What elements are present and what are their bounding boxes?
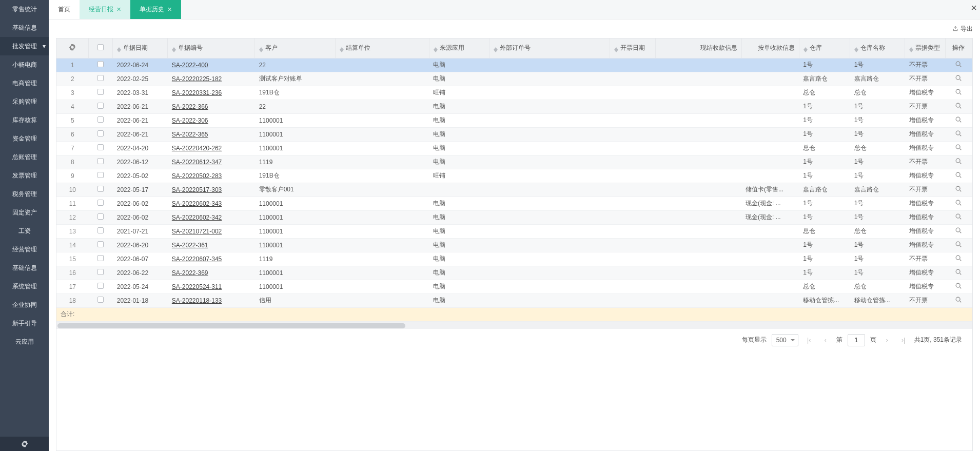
view-icon[interactable]	[955, 88, 962, 95]
sidebar-item[interactable]: 采购管理	[0, 92, 49, 111]
row-checkbox[interactable]	[97, 213, 104, 220]
close-all-icon[interactable]: ×	[971, 2, 977, 14]
doc-no-link[interactable]: SA-2022-400	[172, 62, 208, 69]
doc-no-link[interactable]: SA-20220502-283	[172, 172, 222, 180]
table-row[interactable]: 12022-06-24SA-2022-40022电脑1号1号不开票	[56, 58, 972, 72]
doc-no-link[interactable]: SA-20220225-182	[172, 75, 222, 83]
row-checkbox[interactable]	[97, 200, 104, 206]
first-page-button[interactable]: |‹	[803, 335, 815, 346]
tab-document-history[interactable]: 单据历史 ✕	[130, 0, 181, 19]
table-row[interactable]: 102022-05-17SA-20220517-303零散客户001储值卡(零售…	[56, 183, 972, 197]
row-checkbox[interactable]	[97, 186, 104, 192]
sidebar-item[interactable]: 经营管理	[0, 240, 49, 259]
sidebar-item[interactable]: 发票管理	[0, 166, 49, 185]
table-row[interactable]: 152022-06-07SA-20220607-3451119电脑1号1号不开票	[56, 252, 972, 266]
view-icon[interactable]	[955, 185, 962, 192]
doc-no-link[interactable]: SA-20220612-347	[172, 159, 222, 166]
table-row[interactable]: 72022-04-20SA-20220420-2621100001电脑总仓总仓增…	[56, 141, 972, 155]
view-icon[interactable]	[955, 227, 962, 234]
prev-page-button[interactable]: ‹	[820, 335, 831, 346]
doc-no-link[interactable]: SA-20210721-002	[172, 228, 222, 235]
row-checkbox[interactable]	[97, 283, 104, 289]
table-row[interactable]: 62022-06-21SA-2022-3651100001电脑1号1号增值税专	[56, 127, 972, 141]
table-row[interactable]: 82022-06-12SA-20220612-3471119电脑1号1号不开票	[56, 155, 972, 169]
col-settle[interactable]: 结算单位	[335, 38, 429, 58]
doc-no-link[interactable]: SA-20220420-262	[172, 145, 222, 152]
view-icon[interactable]	[955, 102, 962, 109]
table-row[interactable]: 122022-06-02SA-20220602-3421100001电脑现金(现…	[56, 210, 972, 224]
sidebar-item[interactable]: 基础信息	[0, 18, 49, 37]
page-size-select[interactable]: 500	[772, 334, 798, 346]
doc-no-link[interactable]: SA-20220118-133	[172, 297, 222, 304]
row-checkbox[interactable]	[97, 75, 104, 81]
col-tax[interactable]: 票据类型	[905, 38, 945, 58]
doc-no-link[interactable]: SA-2022-361	[172, 242, 208, 249]
view-icon[interactable]	[955, 199, 962, 206]
table-row[interactable]: 162022-06-22SA-2022-3691100001电脑1号1号增值税专	[56, 266, 972, 280]
page-input[interactable]	[848, 334, 865, 346]
sidebar-settings-button[interactable]	[0, 437, 49, 451]
sidebar-item[interactable]: 固定资产	[0, 203, 49, 222]
table-row[interactable]: 172022-05-24SA-20220524-3111100001电脑总仓总仓…	[56, 280, 972, 293]
col-date[interactable]: 单据日期	[113, 38, 168, 58]
col-customer[interactable]: 客户	[255, 38, 336, 58]
view-icon[interactable]	[955, 158, 962, 165]
view-icon[interactable]	[955, 241, 962, 248]
view-icon[interactable]	[955, 268, 962, 276]
view-icon[interactable]	[955, 144, 962, 151]
view-icon[interactable]	[955, 213, 962, 220]
tab-daily-report[interactable]: 经营日报 ✕	[80, 0, 130, 19]
table-row[interactable]: 22022-02-25SA-20220225-182测试客户对账单电脑嘉言路仓嘉…	[56, 72, 972, 86]
sidebar-item[interactable]: 零售统计	[0, 0, 49, 18]
row-checkbox[interactable]	[97, 158, 104, 164]
doc-no-link[interactable]: SA-2022-369	[172, 269, 208, 277]
sidebar-item[interactable]: 电商管理	[0, 74, 49, 92]
sidebar-item[interactable]: 批发管理▾	[0, 37, 49, 55]
table-row[interactable]: 132021-07-21SA-20210721-0021100001电脑总仓总仓…	[56, 224, 972, 238]
view-icon[interactable]	[955, 282, 962, 289]
row-checkbox[interactable]	[97, 89, 104, 95]
close-icon[interactable]: ✕	[116, 6, 121, 13]
table-row[interactable]: 42022-06-21SA-2022-36622电脑1号1号不开票	[56, 100, 972, 113]
table-row[interactable]: 32022-03-31SA-20220331-236191B仓旺铺总仓总仓增值税…	[56, 86, 972, 100]
row-checkbox[interactable]	[97, 61, 104, 67]
sidebar-item[interactable]: 系统管理	[0, 277, 49, 296]
sidebar-item[interactable]: 税务管理	[0, 185, 49, 203]
sidebar-item[interactable]: 基础信息	[0, 259, 49, 277]
sidebar-item[interactable]: 云应用	[0, 332, 49, 351]
col-bill[interactable]: 按单收款信息	[741, 38, 799, 58]
doc-no-link[interactable]: SA-2022-365	[172, 131, 208, 138]
row-checkbox[interactable]	[97, 103, 104, 109]
doc-no-link[interactable]: SA-20220524-311	[172, 283, 222, 290]
col-cash[interactable]: 现结收款信息	[656, 38, 741, 58]
view-icon[interactable]	[955, 61, 962, 68]
col-ext[interactable]: 外部订单号	[489, 38, 610, 58]
sidebar-item[interactable]: 库存核算	[0, 111, 49, 129]
sidebar-item[interactable]: 新手引导	[0, 314, 49, 332]
doc-no-link[interactable]: SA-20220607-345	[172, 256, 222, 263]
table-row[interactable]: 112022-06-02SA-20220602-3431100001电脑现金(现…	[56, 197, 972, 210]
row-checkbox[interactable]	[97, 130, 104, 136]
doc-no-link[interactable]: SA-2022-366	[172, 103, 208, 110]
doc-no-link[interactable]: SA-20220602-343	[172, 200, 222, 207]
row-checkbox[interactable]	[97, 172, 104, 178]
col-no[interactable]: 单据编号	[168, 38, 255, 58]
select-all-checkbox[interactable]	[97, 44, 104, 50]
doc-no-link[interactable]: SA-20220331-236	[172, 89, 222, 96]
row-checkbox[interactable]	[97, 227, 104, 233]
table-row[interactable]: 142022-06-20SA-2022-3611100001电脑1号1号增值税专	[56, 238, 972, 252]
col-source[interactable]: 来源应用	[429, 38, 489, 58]
next-page-button[interactable]: ›	[881, 335, 893, 346]
view-icon[interactable]	[955, 116, 962, 123]
last-page-button[interactable]: ›|	[898, 335, 909, 346]
close-icon[interactable]: ✕	[167, 6, 172, 13]
sidebar-item[interactable]: 企业协同	[0, 296, 49, 314]
col-whname[interactable]: 仓库名称	[850, 38, 905, 58]
sidebar-item[interactable]: 小畅电商	[0, 55, 49, 74]
sidebar-item[interactable]: 总账管理	[0, 148, 49, 166]
doc-no-link[interactable]: SA-2022-306	[172, 117, 208, 124]
row-checkbox[interactable]	[97, 241, 104, 247]
view-icon[interactable]	[955, 254, 962, 262]
table-row[interactable]: 52022-06-21SA-2022-3061100001电脑1号1号增值税专	[56, 113, 972, 127]
row-checkbox[interactable]	[97, 116, 104, 123]
